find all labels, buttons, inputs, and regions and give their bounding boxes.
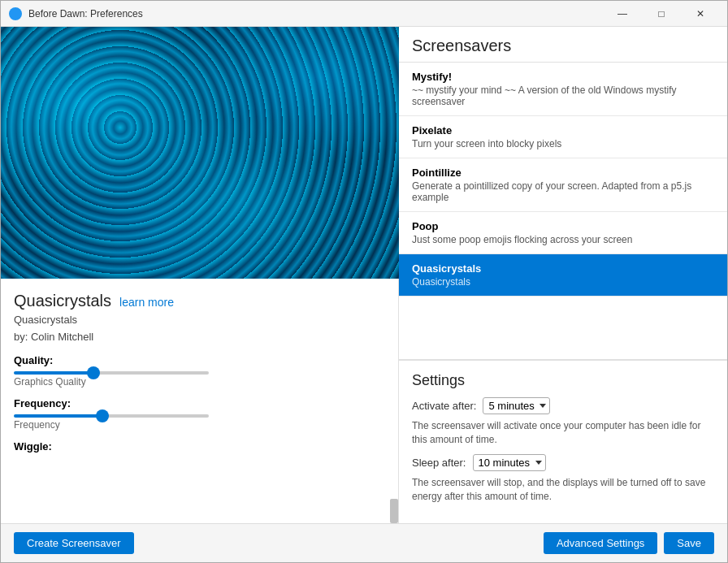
ss-desc: Quasicrystals — [412, 276, 714, 288]
quality-label: Quality: — [14, 354, 385, 366]
sleep-row: Sleep after: 10 minutes — [412, 454, 714, 471]
left-panel: Quasicrystals learn more Quasicrystals b… — [1, 27, 399, 523]
settings-section: Settings Activate after: 5 minutes The s… — [399, 360, 727, 523]
info-wrapper: Quasicrystals learn more Quasicrystals b… — [1, 279, 398, 523]
activate-label: Activate after: — [412, 400, 476, 412]
quality-setting: Quality: Graphics Quality — [14, 354, 385, 388]
activate-select[interactable]: 5 minutes — [483, 397, 550, 414]
screensaver-id: Quasicrystals — [14, 314, 385, 326]
frequency-label: Frequency: — [14, 397, 385, 409]
activate-row: Activate after: 5 minutes — [412, 397, 714, 414]
preview-area — [1, 27, 399, 279]
advanced-settings-button[interactable]: Advanced Settings — [544, 532, 657, 554]
quality-slider[interactable] — [14, 371, 209, 375]
author-label: by: Colin Mitchell — [14, 331, 385, 343]
list-item[interactable]: Poop Just some poop emojis flocking acro… — [399, 212, 727, 254]
ss-name: Quasicrystals — [412, 262, 714, 275]
quality-slider-container — [14, 371, 385, 375]
left-scroll-thumb — [390, 499, 398, 523]
save-button[interactable]: Save — [664, 532, 714, 554]
screensaver-list[interactable]: Mystify! ~~ mystify your mind ~~ A versi… — [399, 62, 727, 359]
bottom-bar: Create Screensaver Advanced Settings Sav… — [1, 523, 727, 562]
minimize-button[interactable]: — — [604, 1, 641, 27]
learn-more-link[interactable]: learn more — [119, 296, 174, 309]
name-row: Quasicrystals learn more — [14, 292, 385, 310]
sleep-desc: The screensaver will stop, and the displ… — [412, 476, 714, 504]
ss-name: Pixelate — [412, 124, 714, 136]
activate-desc: The screensaver will activate once your … — [412, 419, 714, 447]
right-panel: Screensavers Mystify! ~~ mystify your mi… — [399, 27, 727, 523]
ss-desc: ~~ mystify your mind ~~ A version of the… — [412, 84, 714, 107]
settings-title: Settings — [412, 372, 714, 389]
close-button[interactable]: ✕ — [682, 1, 719, 27]
info-panel: Quasicrystals learn more Quasicrystals b… — [1, 279, 398, 469]
ss-desc: Just some poop emojis flocking across yo… — [412, 234, 714, 245]
list-item[interactable]: Pointillize Generate a pointillized copy… — [399, 158, 727, 212]
maximize-button[interactable]: □ — [643, 1, 680, 27]
preview-pattern — [1, 27, 399, 279]
preview-canvas — [1, 27, 399, 279]
screensaver-display-name: Quasicrystals — [14, 292, 111, 310]
list-item-selected[interactable]: Quasicrystals Quasicrystals — [399, 254, 727, 297]
window-title: Before Dawn: Preferences — [28, 8, 604, 19]
wiggle-setting: Wiggle: — [14, 440, 385, 453]
frequency-setting: Frequency: Frequency — [14, 397, 385, 431]
window-controls: — □ ✕ — [604, 1, 719, 27]
main-window: Before Dawn: Preferences — □ ✕ Quasicrys… — [0, 0, 728, 563]
ss-name: Mystify! — [412, 71, 714, 83]
screensavers-section: Screensavers Mystify! ~~ mystify your mi… — [399, 27, 727, 360]
list-item[interactable]: Mystify! ~~ mystify your mind ~~ A versi… — [399, 63, 727, 116]
ss-desc: Generate a pointillized copy of your scr… — [412, 180, 714, 203]
app-icon — [9, 7, 22, 20]
ss-desc: Turn your screen into blocky pixels — [412, 138, 714, 149]
frequency-slider-container — [14, 414, 385, 418]
sleep-select[interactable]: 10 minutes — [473, 454, 546, 471]
main-content: Quasicrystals learn more Quasicrystals b… — [1, 27, 727, 523]
screensavers-title: Screensavers — [399, 27, 727, 62]
bottom-left: Create Screensaver — [14, 532, 134, 554]
frequency-slider[interactable] — [14, 414, 209, 418]
wiggle-label: Wiggle: — [14, 440, 385, 453]
ss-name: Pointillize — [412, 167, 714, 179]
ss-name: Poop — [412, 220, 714, 232]
bottom-right: Advanced Settings Save — [544, 532, 714, 554]
create-screensaver-button[interactable]: Create Screensaver — [14, 532, 134, 554]
titlebar: Before Dawn: Preferences — □ ✕ — [1, 1, 727, 27]
sleep-label: Sleep after: — [412, 457, 466, 469]
list-item[interactable]: Pixelate Turn your screen into blocky pi… — [399, 116, 727, 158]
